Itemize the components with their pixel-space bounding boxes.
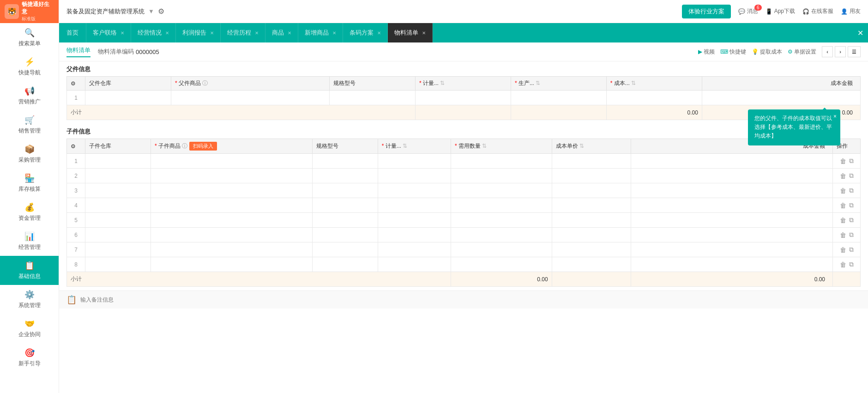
child-needed-qty-3[interactable] (451, 183, 552, 198)
tab-bom-close[interactable]: ✕ (422, 30, 426, 36)
child-amount-8[interactable] (631, 257, 832, 272)
parent-goods-1[interactable] (171, 91, 329, 105)
sidebar-item-basic[interactable]: 📋 基础信息 (0, 256, 59, 285)
copy-icon-1[interactable]: ⧉ (849, 157, 854, 165)
child-amount-2[interactable] (631, 169, 832, 183)
experience-button[interactable]: 体验行业方案 (682, 5, 731, 18)
note-input[interactable] (80, 296, 861, 303)
child-needed-qty-7[interactable] (451, 242, 552, 257)
child-qty-1[interactable] (378, 154, 451, 169)
nav-prev-button[interactable]: ‹ (822, 46, 833, 57)
tab-bom[interactable]: 物料清单 ✕ (388, 23, 433, 42)
child-amount-4[interactable] (631, 198, 832, 213)
child-col-settings[interactable]: ⚙ (67, 139, 85, 154)
child-amount-3[interactable] (631, 183, 832, 198)
delete-icon-1[interactable]: 🗑 (840, 157, 846, 165)
tab-customer-close[interactable]: ✕ (121, 30, 124, 36)
copy-icon-6[interactable]: ⧉ (849, 231, 854, 239)
child-spec-1[interactable] (312, 154, 378, 169)
scan-button[interactable]: 扫码录入 (189, 142, 217, 151)
copy-icon-7[interactable]: ⧉ (849, 246, 854, 254)
child-unit-cost-7[interactable] (552, 242, 631, 257)
tab-new-goods[interactable]: 新增商品 ✕ (298, 23, 343, 42)
nav-menu-button[interactable]: ☰ (848, 46, 861, 57)
child-needed-qty-4[interactable] (451, 198, 552, 213)
view-action[interactable]: ▶ 视频 (698, 48, 715, 56)
delete-icon-8[interactable]: 🗑 (840, 261, 846, 268)
child-spec-5[interactable] (312, 213, 378, 228)
child-warehouse-1[interactable] (85, 154, 151, 169)
delete-icon-7[interactable]: 🗑 (840, 246, 846, 254)
child-spec-6[interactable] (312, 228, 378, 242)
delete-icon-2[interactable]: 🗑 (840, 172, 846, 180)
copy-icon-8[interactable]: ⧉ (849, 260, 854, 268)
delete-icon-4[interactable]: 🗑 (840, 202, 846, 209)
child-goods-4[interactable] (151, 198, 313, 213)
delete-icon-6[interactable]: 🗑 (840, 231, 846, 239)
copy-icon-4[interactable]: ⧉ (849, 201, 854, 209)
child-qty-6[interactable] (378, 228, 451, 242)
parent-amount-1[interactable] (702, 91, 860, 105)
sidebar-item-purchase[interactable]: 📦 采购管理 (0, 139, 59, 169)
sidebar-item-guide[interactable]: 🎯 新手引导 (0, 343, 59, 372)
tab-home[interactable]: 首页 (59, 23, 86, 42)
child-warehouse-3[interactable] (85, 183, 151, 198)
child-unit-cost-8[interactable] (552, 257, 631, 272)
parent-produce-1[interactable] (511, 91, 606, 105)
sub-tab-bom-list[interactable]: 物料清单 (66, 46, 90, 57)
copy-icon-2[interactable]: ⧉ (849, 172, 854, 180)
child-amount-5[interactable] (631, 213, 832, 228)
sidebar-item-system[interactable]: ⚙️ 系统管理 (0, 285, 59, 314)
child-warehouse-8[interactable] (85, 257, 151, 272)
tooltip-close-button[interactable]: × (833, 112, 837, 121)
sidebar-item-search[interactable]: 🔍 搜索菜单 (0, 23, 59, 52)
child-goods-3[interactable] (151, 183, 313, 198)
child-qty-5[interactable] (378, 213, 451, 228)
parent-col-settings[interactable]: ⚙ (67, 77, 85, 91)
child-qty-2[interactable] (378, 169, 451, 183)
child-qty-4[interactable] (378, 198, 451, 213)
close-all-tabs[interactable]: ✕ (853, 29, 868, 37)
child-needed-qty-5[interactable] (451, 213, 552, 228)
sidebar-item-operation[interactable]: 📊 经营管理 (0, 227, 59, 256)
child-warehouse-5[interactable] (85, 213, 151, 228)
shortcut-key-action[interactable]: ⌨ 快捷键 (720, 48, 746, 56)
sidebar-item-finance[interactable]: 💰 资金管理 (0, 198, 59, 227)
tab-history[interactable]: 经营历程 ✕ (221, 23, 265, 42)
bill-settings-action[interactable]: ⚙ 单据设置 (788, 48, 816, 56)
delete-icon-5[interactable]: 🗑 (840, 217, 846, 224)
extract-cost-action[interactable]: 💡 提取成本 (752, 48, 782, 56)
parent-warehouse-1[interactable] (85, 91, 171, 105)
sidebar-item-inventory[interactable]: 🏪 库存核算 (0, 169, 59, 198)
child-unit-cost-3[interactable] (552, 183, 631, 198)
child-goods-2[interactable] (151, 169, 313, 183)
child-unit-cost-5[interactable] (552, 213, 631, 228)
child-warehouse-2[interactable] (85, 169, 151, 183)
child-qty-8[interactable] (378, 257, 451, 272)
online-service-action[interactable]: 🎧 在线客服 (802, 7, 833, 15)
parent-spec-1[interactable] (330, 91, 416, 105)
child-amount-7[interactable] (631, 242, 832, 257)
child-qty-3[interactable] (378, 183, 451, 198)
delete-icon-3[interactable]: 🗑 (840, 187, 846, 194)
message-action[interactable]: 💬 消息 6 (738, 7, 758, 15)
tab-operation-close[interactable]: ✕ (165, 30, 169, 36)
child-amount-1[interactable] (631, 154, 832, 169)
copy-icon-3[interactable]: ⧉ (849, 187, 854, 194)
child-goods-1[interactable] (151, 154, 313, 169)
child-unit-cost-1[interactable] (552, 154, 631, 169)
tab-barcode-close[interactable]: ✕ (377, 30, 381, 36)
copy-icon-5[interactable]: ⧉ (849, 216, 854, 224)
child-spec-8[interactable] (312, 257, 378, 272)
child-spec-3[interactable] (312, 183, 378, 198)
sidebar-item-sales[interactable]: 🛒 销售管理 (0, 110, 59, 139)
tab-goods[interactable]: 商品 ✕ (265, 23, 298, 42)
tab-customer[interactable]: 客户联络 ✕ (86, 23, 131, 42)
settings-gear-icon[interactable]: ⚙ (158, 7, 164, 16)
child-warehouse-7[interactable] (85, 242, 151, 257)
child-unit-cost-4[interactable] (552, 198, 631, 213)
child-goods-6[interactable] (151, 228, 313, 242)
child-amount-6[interactable] (631, 228, 832, 242)
sidebar-item-marketing[interactable]: 📢 营销推广 (0, 81, 59, 110)
nav-next-button[interactable]: › (835, 46, 846, 57)
